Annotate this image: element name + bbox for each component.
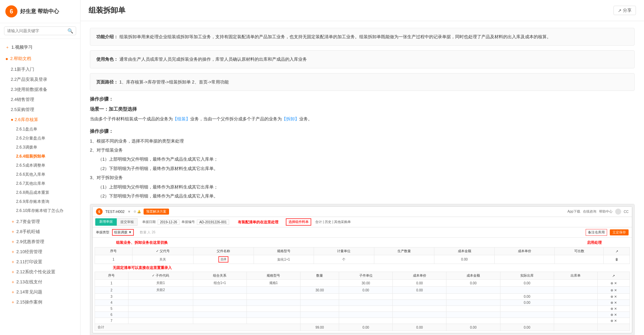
col-cost-price: 成本单价 bbox=[494, 247, 555, 255]
sidebar-item-2-6-8[interactable]: 2.6.8商品成本重算 bbox=[11, 188, 80, 197]
feature-intro-label: 功能介绍： bbox=[96, 34, 118, 39]
share-icon: ↗ bbox=[618, 8, 622, 13]
mock-upper-table: 序号 ✓ 父代号 父件名称 规格型号 计量单位 生产数量 成本金额 成本单价 可… bbox=[95, 247, 630, 264]
col-seq: 序号 bbox=[95, 247, 132, 255]
sidebar-item-2-6-9[interactable]: 2.6.9库存账本查询 bbox=[11, 197, 80, 206]
col-cost-amt: 成本金额 bbox=[434, 247, 495, 255]
sidebar-item-docs[interactable]: ● 2.帮助文档 bbox=[0, 53, 80, 64]
sidebar-item-2-6-7[interactable]: 2.6.7其他出库单 bbox=[11, 179, 80, 188]
path-section: 页面路径： 1、库存核算->库存管理->组装拆卸单 2、首页->常用功能 bbox=[90, 73, 635, 91]
mock-annotation-row: 组装业务、拆卸业务在这里切换 启用处理 bbox=[93, 238, 632, 247]
col2-del: ↗ bbox=[597, 272, 630, 280]
step-2-1: （1）上部明细为父件明细，最终作为产成品生成其它入库单； bbox=[98, 155, 635, 163]
sidebar-item-2-4[interactable]: 2.4销售管理 bbox=[5, 95, 80, 105]
mock-topbar: 6 TEST-H002 ▼ ⚙ 🔔 预置解决方案 App下载 在线咨询 帮助中心… bbox=[93, 207, 632, 217]
col2-actual-out: 实际出库 bbox=[500, 272, 554, 280]
sidebar-item-2-6-1[interactable]: 2.6.1盘点单 bbox=[11, 125, 80, 134]
share-button[interactable]: ↗ 分享 bbox=[613, 6, 636, 15]
sidebar-item-2-15[interactable]: ＋ 2.15操作案例 bbox=[5, 297, 80, 307]
sidebar-item-2-9[interactable]: ＋ 2.9优惠券管理 bbox=[5, 237, 80, 247]
search-icon[interactable]: 🔍 bbox=[67, 28, 73, 34]
col2-qty: 数量 bbox=[301, 272, 339, 280]
sidebar: 6 好生意 帮助中心 🔍 ＋ 1.视频学习 ● 2.帮助文档 2.1新手入门 2… bbox=[0, 0, 80, 335]
step-3-1: （1）上部明细为父件明细，最终作为原材料生成其它出库单； bbox=[98, 183, 635, 191]
mock-lower-table: 序号 ✓ 子件代码 组合关系 规格型号 数量 子件单位 成本单价 成本金额 实际… bbox=[95, 272, 630, 331]
sidebar-item-2-2[interactable]: 2.2产品安装及登录 bbox=[5, 74, 80, 85]
mock-online-help: 在线咨询 bbox=[583, 209, 596, 214]
scene-one-desc: 当由多个子件材料组装成一个成品的业务为【组装】业务，当由一个父件拆分成多个子产品… bbox=[90, 115, 635, 123]
col2-seq: 序号 bbox=[95, 272, 128, 280]
scene-one-title: 场景一：加工类型选择 bbox=[90, 106, 635, 112]
mock-warehouse-input: 备注仓库用 bbox=[586, 229, 607, 236]
sidebar-item-2-10[interactable]: ＋ 2.10经营管理 bbox=[5, 247, 80, 257]
sidebar-item-2-13[interactable]: ＋ 2.13在线支付 bbox=[5, 277, 80, 287]
lower-table-footer: 合计 99.00 0.00 0.00 0.00 0.00 bbox=[95, 324, 630, 331]
sidebar-item-2-12[interactable]: ＋ 2.12系统个性化设置 bbox=[5, 267, 80, 277]
sidebar-item-2-1[interactable]: 2.1新手入门 bbox=[5, 64, 80, 74]
col-prod-qty: 生产数量 bbox=[374, 247, 434, 255]
mock-secondary-toolbar: 新增单据 提交审核 单据日期 2019-12-26 单据编号 AD-201912… bbox=[93, 217, 632, 227]
sidebar-item-2-6[interactable]: ● 2.6库存核算 bbox=[5, 115, 80, 125]
sidebar-item-2-7[interactable]: ＋ 2.7资金管理 bbox=[5, 217, 80, 227]
mock-save-btn: 立定保存 bbox=[610, 229, 629, 235]
sidebar-2-6-sub: 2.6.1盘点单 2.6.2分量盘点单 2.6.3调拨单 2.6.4组装拆卸单 … bbox=[5, 125, 80, 215]
col2-cost-amt: 成本金额 bbox=[446, 272, 500, 280]
screenshot-inner: 6 TEST-H002 ▼ ⚙ 🔔 预置解决方案 App下载 在线咨询 帮助中心… bbox=[90, 204, 634, 335]
mock-topbar-icons: ⚙ 🔔 bbox=[133, 210, 141, 213]
sidebar-item-2-5[interactable]: 2.5采购管理 bbox=[5, 105, 80, 115]
page-title: 组装拆卸单 bbox=[89, 5, 125, 15]
cell-parent-code: 关关 bbox=[132, 255, 193, 264]
sidebar-item-2-6-10[interactable]: 2.6.10库存账本错了怎么办 bbox=[11, 206, 80, 215]
lower-table-row: 6 ⊕ ✕ bbox=[95, 312, 630, 318]
sidebar-item-2-6-6[interactable]: 2.6.6其他入库单 bbox=[11, 170, 80, 179]
col-parent-name: 父件名称 bbox=[194, 247, 254, 255]
role-section: 使用角色： 通常由生产人员或库管人员完成拆装业务的操作，库管人员确认原材料的出库… bbox=[90, 50, 635, 68]
lower-table-row: 1 关联1 组合1+1 规格1 30.00 0.00 0.00 0.00 bbox=[95, 280, 630, 287]
mock-topbar-left: 6 TEST-H002 ▼ ⚙ 🔔 预置解决方案 bbox=[96, 208, 169, 215]
table-row: 1 关关 选择 如化1+1 个 0.00 bbox=[95, 255, 630, 264]
cell-unit: 个 bbox=[314, 255, 374, 264]
main-header: 组装拆卸单 ↗ 分享 bbox=[80, 0, 644, 21]
logo-text: 好生意 帮助中心 bbox=[20, 8, 59, 15]
path-label: 页面路径： bbox=[96, 79, 118, 85]
col-parent-code: ✓ 父代号 bbox=[132, 247, 193, 255]
step-2: 2、对于组装业务 bbox=[90, 146, 635, 154]
cell-cost-price bbox=[494, 255, 555, 264]
annotation-text-4: 组装业务、拆卸业务在这里切换 bbox=[116, 240, 168, 245]
mock-bill-type-label: 单据类型 bbox=[96, 230, 109, 235]
mock-orange-btn: 预置解决方案 bbox=[144, 209, 169, 215]
steps-list: 1、根据不同的业务，选择不同单据的类型来处理 2、对于组装业务 （1）上部明细为… bbox=[90, 137, 635, 200]
feature-intro-text: 组装拆卸单用来处理企业组装或拆卸等加工业务，支持有固定装配清单的产品加工业务，也… bbox=[119, 34, 551, 39]
col-action: ↗ bbox=[604, 247, 630, 255]
step-3-2: （2）下部明细为子件明细，最终作为产成品生成其它入库单。 bbox=[98, 192, 635, 200]
sidebar-item-2-6-5[interactable]: 2.6.5成本调整单 bbox=[11, 161, 80, 170]
sidebar-item-2-14[interactable]: ＋ 2.14常见问题 bbox=[5, 287, 80, 297]
mock-logo: 6 bbox=[96, 208, 103, 215]
sidebar-item-2-6-3[interactable]: 2.6.3调拨单 bbox=[11, 143, 80, 152]
cell-parent-name: 选择 bbox=[194, 255, 254, 264]
sidebar-item-2-6-2[interactable]: 2.6.2分量盘点单 bbox=[11, 134, 80, 143]
mock-app-download: App下载 bbox=[568, 209, 580, 214]
sidebar-search-area: 🔍 bbox=[0, 23, 80, 39]
search-input[interactable] bbox=[7, 29, 67, 33]
mock-qty-label: 数量 人 26 bbox=[140, 230, 156, 235]
col2-out-bill: 出库单 bbox=[554, 272, 597, 280]
mock-upper-table-wrap: 序号 ✓ 父代号 父件名称 规格型号 计量单位 生产数量 成本金额 成本单价 可… bbox=[93, 247, 632, 265]
mock-form-label-date: 单据日期 bbox=[142, 220, 156, 224]
sidebar-item-video[interactable]: ＋ 1.视频学习 bbox=[0, 42, 80, 53]
logo-icon: 6 bbox=[5, 5, 17, 17]
search-box[interactable]: 🔍 bbox=[4, 26, 76, 35]
col2-unit: 子件单位 bbox=[339, 272, 392, 280]
minus-icon-docs: ● bbox=[5, 56, 8, 61]
sidebar-item-2-6-4[interactable]: 2.6.4组装拆卸单 bbox=[11, 152, 80, 161]
cell-spec: 如化1+1 bbox=[254, 255, 314, 264]
main-content: 功能介绍： 组装拆卸单用来处理企业组装或拆卸等加工业务，支持有固定装配清单的产品… bbox=[80, 21, 644, 335]
lower-table-row: 4 0.00 ⊕ ✕ bbox=[95, 300, 630, 306]
sidebar-item-2-8[interactable]: ＋ 2.8手机旺铺 bbox=[5, 227, 80, 237]
sidebar-item-2-11[interactable]: ＋ 2.11打印设置 bbox=[5, 257, 80, 267]
operation-steps-sub-title: 操作步骤： bbox=[90, 128, 635, 134]
lower-table-row: 5 ⊕ ✕ bbox=[95, 306, 630, 312]
col2-cost-price: 成本单价 bbox=[393, 272, 446, 280]
sidebar-logo: 6 好生意 帮助中心 bbox=[0, 0, 80, 23]
sidebar-item-2-3[interactable]: 2.3使用前数据准备 bbox=[5, 85, 80, 95]
